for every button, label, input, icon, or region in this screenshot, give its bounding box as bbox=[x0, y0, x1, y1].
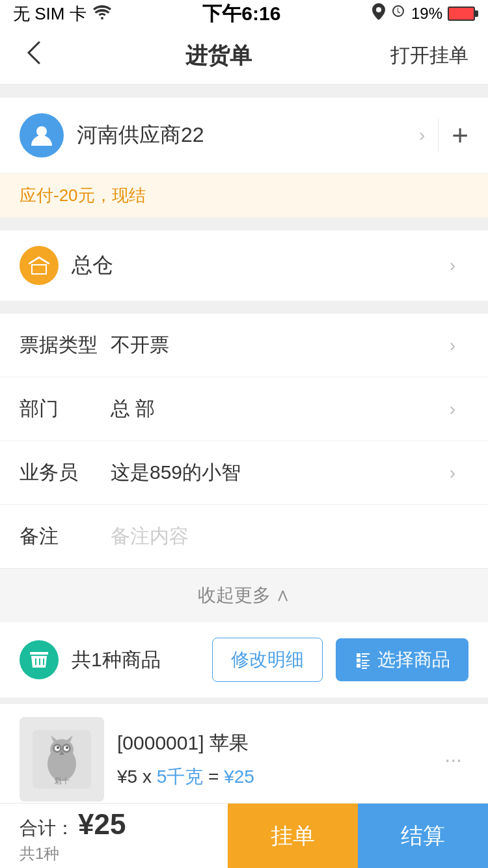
total-amount: ¥25 bbox=[78, 808, 126, 841]
add-supplier-button[interactable]: + bbox=[438, 119, 468, 152]
alarm-icon bbox=[390, 4, 406, 23]
battery-icon bbox=[448, 7, 475, 21]
product-quantity: 5千克 bbox=[157, 766, 204, 787]
product-count-text: 共1种商品 bbox=[72, 647, 199, 673]
product-total: ¥25 bbox=[224, 766, 254, 787]
section-gap-2 bbox=[0, 217, 488, 230]
nav-bar: 进货单 打开挂单 bbox=[0, 27, 488, 85]
warehouse-section[interactable]: 总仓 › bbox=[0, 230, 488, 301]
status-left: 无 SIM 卡 bbox=[13, 3, 111, 25]
form-section: 票据类型 不开票 › 部门 总 部 › 业务员 这是859的小智 › 备注 备注… bbox=[0, 314, 488, 568]
product-name: [0000001] 苹果 bbox=[117, 730, 425, 757]
product-unit-price: ¥5 bbox=[117, 766, 137, 787]
bottom-bar: 合计： ¥25 共1种 挂单 结算 bbox=[0, 803, 488, 868]
page-title: 进货单 bbox=[185, 41, 252, 71]
svg-point-9 bbox=[66, 746, 68, 749]
total-currency: ¥ bbox=[78, 808, 94, 840]
product-count-icon bbox=[20, 640, 59, 679]
supplier-chevron-icon: › bbox=[419, 125, 425, 146]
collapse-row[interactable]: 收起更多 ∧ bbox=[0, 568, 488, 622]
supplier-row[interactable]: 河南供应商22 › + bbox=[0, 98, 488, 174]
dept-row[interactable]: 部门 总 部 › bbox=[0, 377, 488, 441]
product-multiply: x bbox=[142, 766, 157, 787]
status-bar: 无 SIM 卡 下午6:16 19% bbox=[0, 0, 488, 27]
carrier-text: 无 SIM 卡 bbox=[13, 3, 87, 25]
invoice-chevron-icon: › bbox=[450, 335, 455, 356]
invoice-value: 不开票 bbox=[98, 332, 450, 359]
product-info: [0000001] 苹果 ¥5 x 5千克 = ¥25 bbox=[117, 730, 425, 789]
product-thumbnail: 魁十 bbox=[20, 717, 104, 802]
product-header: 共1种商品 修改明细 选择商品 bbox=[0, 622, 488, 698]
battery-percent: 19% bbox=[411, 5, 442, 23]
svg-point-8 bbox=[57, 746, 59, 749]
remark-input[interactable]: 备注内容 bbox=[98, 523, 468, 550]
supplier-avatar bbox=[20, 113, 64, 157]
warehouse-row[interactable]: 总仓 › bbox=[0, 230, 488, 301]
dept-value: 总 部 bbox=[98, 396, 450, 422]
select-product-label: 选择商品 bbox=[377, 647, 450, 672]
product-price: ¥5 x 5千克 = ¥25 bbox=[117, 765, 425, 789]
dept-chevron-icon: › bbox=[450, 399, 455, 420]
total-value: 25 bbox=[94, 808, 126, 840]
total-count: 共1种 bbox=[20, 843, 228, 864]
status-time: 下午6:16 bbox=[202, 1, 280, 27]
svg-point-0 bbox=[36, 126, 47, 137]
svg-text:魁十: 魁十 bbox=[54, 776, 70, 785]
supplier-section: 河南供应商22 › + 应付-20元，现结 bbox=[0, 98, 488, 217]
invoice-label: 票据类型 bbox=[20, 332, 98, 359]
select-product-button[interactable]: 选择商品 bbox=[336, 638, 468, 681]
product-menu-button[interactable]: ··· bbox=[438, 741, 468, 778]
product-title: 苹果 bbox=[210, 732, 249, 753]
product-code: [0000001] bbox=[117, 732, 204, 753]
remark-row[interactable]: 备注 备注内容 bbox=[0, 504, 488, 568]
salesperson-value: 这是859的小智 bbox=[98, 459, 450, 486]
supplier-notice: 应付-20元，现结 bbox=[0, 174, 488, 217]
supplier-name: 河南供应商22 bbox=[77, 121, 419, 150]
invoice-row[interactable]: 票据类型 不开票 › bbox=[0, 314, 488, 377]
location-icon bbox=[372, 3, 385, 24]
settle-button[interactable]: 结算 bbox=[358, 804, 488, 868]
section-gap-3 bbox=[0, 301, 488, 314]
section-gap-1 bbox=[0, 85, 488, 98]
collapse-label: 收起更多 ∧ bbox=[198, 583, 291, 608]
product-item: 魁十 [0000001] 苹果 ¥5 x 5千克 = ¥25 ··· bbox=[0, 698, 488, 815]
salesperson-row[interactable]: 业务员 这是859的小智 › bbox=[0, 441, 488, 504]
salesperson-label: 业务员 bbox=[20, 459, 98, 486]
open-hang-button[interactable]: 打开挂单 bbox=[390, 42, 468, 69]
salesperson-chevron-icon: › bbox=[450, 463, 455, 483]
total-label: 合计： ¥25 bbox=[20, 808, 228, 841]
warehouse-icon bbox=[20, 246, 59, 285]
product-equals: = bbox=[208, 766, 224, 787]
status-right: 19% bbox=[372, 3, 475, 24]
back-button[interactable] bbox=[20, 34, 47, 77]
warehouse-chevron-icon: › bbox=[450, 255, 455, 276]
hang-order-button[interactable]: 挂单 bbox=[228, 804, 358, 868]
total-text: 合计： bbox=[20, 816, 74, 841]
dept-label: 部门 bbox=[20, 396, 98, 422]
edit-detail-button[interactable]: 修改明细 bbox=[212, 638, 323, 682]
wifi-icon bbox=[93, 4, 111, 24]
remark-label: 备注 bbox=[20, 523, 98, 550]
warehouse-name: 总仓 bbox=[72, 251, 450, 280]
total-section: 合计： ¥25 共1种 bbox=[0, 804, 228, 868]
